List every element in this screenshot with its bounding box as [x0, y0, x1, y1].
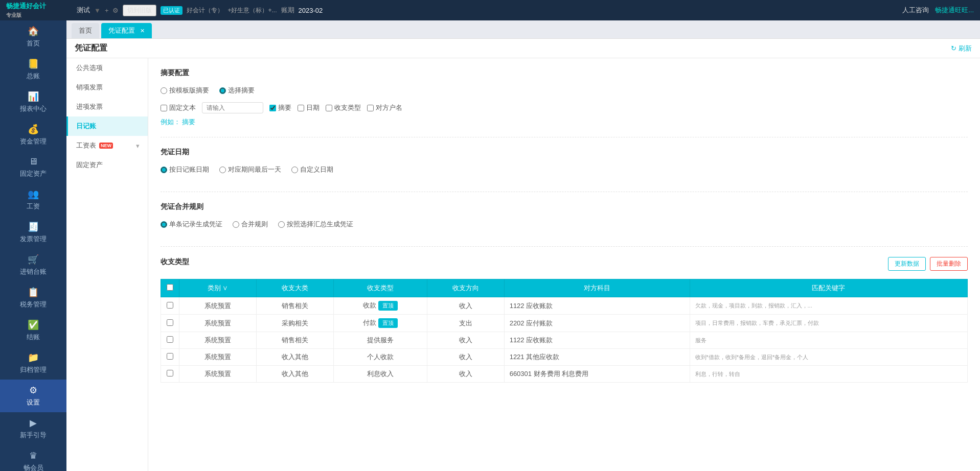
cell-sub-type: 个人收款	[333, 349, 427, 366]
radio-select-summary-generate[interactable]: 按照选择汇总生成凭证	[278, 220, 353, 229]
cell-counter-subject: 1122 应收账款	[504, 332, 690, 349]
summary-config-title: 摘要配置	[161, 68, 968, 78]
tab-close-icon[interactable]: ✕	[140, 28, 145, 34]
service-button[interactable]: 人工咨询	[902, 6, 929, 15]
invoice-mgmt-icon: 🧾	[28, 221, 39, 232]
voucher-date-section: 凭证日期 按日记账日期 对应期间最后一天 自定义日期	[161, 148, 968, 192]
sidebar-item-home[interactable]: 🏠 首页	[0, 20, 66, 53]
sidebar-item-settings[interactable]: ⚙ 设置	[0, 380, 66, 412]
sidebar-item-archive[interactable]: 📁 归档管理	[0, 347, 66, 380]
sidebar-item-purchase[interactable]: 🛒 进销台账	[0, 249, 66, 281]
select-all-checkbox[interactable]	[167, 284, 173, 291]
user-name: 畅捷通旺旺...	[935, 6, 974, 15]
fixed-text-input[interactable]	[202, 102, 263, 113]
voucher-date-title: 凭证日期	[161, 148, 968, 157]
sidebar-label-archive: 归档管理	[20, 365, 47, 374]
checkbox-summary[interactable]: 摘要	[269, 103, 291, 112]
checkbox-date[interactable]: 日期	[298, 103, 320, 112]
good-acct-tag: 好会计（专）	[187, 6, 223, 15]
table-row: 系统预置 采购相关 付款 置顶 支出 2202 应付账款 项目，日常费用，报销款…	[161, 315, 968, 332]
radio-single-record[interactable]: 单条记录生成凭证	[161, 220, 222, 229]
th-category: 类别 ∨	[179, 279, 257, 297]
salary-icon: 👥	[28, 189, 39, 200]
checkbox-counter-party[interactable]: 对方户名	[367, 103, 402, 112]
radio-template-summary[interactable]: 按模板版摘要	[161, 86, 209, 95]
cell-checkbox[interactable]	[161, 349, 179, 366]
radio-custom-date[interactable]: 自定义日期	[291, 165, 333, 174]
right-content: 摘要配置 按模板版摘要 选择摘要	[148, 58, 980, 471]
radio-merge-rules[interactable]: 合并规则	[233, 220, 268, 229]
top-tag-button[interactable]: 置顶	[378, 318, 398, 328]
sidebar-label-fund: 资金管理	[20, 137, 47, 146]
old-version-button[interactable]: 切到旧版	[123, 5, 156, 16]
cell-direction: 支出	[427, 315, 504, 332]
sidebar-item-ledger[interactable]: 📒 总账	[0, 53, 66, 86]
refresh-button[interactable]: ↻ 刷新	[951, 44, 972, 53]
cell-direction: 收入	[427, 349, 504, 366]
summary-config-section: 摘要配置 按模板版摘要 选择摘要	[161, 68, 968, 137]
nav-item-sales-invoice[interactable]: 销项发票	[66, 78, 148, 97]
top-tag-button[interactable]: 置顶	[378, 301, 398, 311]
sidebar: 🏠 首页 📒 总账 📊 报表中心 💰 资金管理 🖥 固定资产 👥 工资 🧾 发票…	[0, 20, 66, 471]
cell-checkbox[interactable]	[161, 315, 179, 332]
member-icon: ♛	[29, 450, 37, 461]
two-panel: 公共选项 销项发票 进项发票 日记账 工资表 NEW ▾ 固定资产	[66, 58, 980, 471]
cell-main-type: 销售相关	[256, 297, 333, 315]
certified-tag: 已认证	[161, 6, 183, 15]
sidebar-item-salary[interactable]: 👥 工资	[0, 183, 66, 216]
sidebar-item-member[interactable]: ♛ 畅会员	[0, 445, 66, 471]
tab-voucher-config[interactable]: 凭证配置 ✕	[101, 23, 152, 38]
merge-rules-title: 凭证合并规则	[161, 202, 968, 211]
cell-counter-subject: 1122 应收账款	[504, 297, 690, 315]
cell-match-keyword: 项目，日常费用，报销款，车费，承兑汇票，付款	[690, 315, 967, 332]
sidebar-item-assets[interactable]: 🖥 固定资产	[0, 151, 66, 183]
nav-item-payroll[interactable]: 工资表 NEW ▾	[66, 136, 148, 155]
sidebar-label-report: 报表中心	[20, 104, 47, 113]
radio-select-summary[interactable]: 选择摘要	[219, 86, 255, 95]
th-direction: 收支方向	[427, 279, 504, 297]
nav-item-public[interactable]: 公共选项	[66, 58, 148, 78]
sidebar-label-assets: 固定资产	[20, 169, 47, 178]
sidebar-label-purchase: 进销台账	[20, 267, 47, 276]
sidebar-label-invoice-mgmt: 发票管理	[20, 234, 47, 244]
good-biz-tag: +好生意（标）+...	[227, 6, 277, 15]
cell-main-type: 销售相关	[256, 332, 333, 349]
checkbox-income-type[interactable]: 收支类型	[326, 103, 361, 112]
sidebar-item-invoice-mgmt[interactable]: 🧾 发票管理	[0, 216, 66, 249]
guide-icon: ▶	[30, 417, 37, 429]
nav-item-purchase-invoice[interactable]: 进项发票	[66, 97, 148, 116]
cell-main-type: 收入其他	[256, 366, 333, 383]
cell-category: 系统预置	[179, 315, 257, 332]
income-type-title: 收支类型	[161, 257, 189, 267]
cell-category: 系统预置	[179, 366, 257, 383]
sidebar-label-member: 畅会员	[24, 463, 43, 471]
sidebar-item-close[interactable]: ✅ 结账	[0, 314, 66, 347]
cell-checkbox[interactable]	[161, 366, 179, 383]
sidebar-item-report[interactable]: 📊 报表中心	[0, 86, 66, 119]
report-icon: 📊	[28, 91, 39, 102]
cell-checkbox[interactable]	[161, 297, 179, 315]
sidebar-item-tax[interactable]: 📋 税务管理	[0, 281, 66, 314]
sidebar-item-guide[interactable]: ▶ 新手引导	[0, 412, 66, 445]
cell-direction: 收入	[427, 332, 504, 349]
left-nav: 公共选项 销项发票 进项发票 日记账 工资表 NEW ▾ 固定资产	[66, 58, 148, 471]
radio-period-last-day[interactable]: 对应期间最后一天	[219, 165, 281, 174]
cell-match-keyword: 收到*借款，收到*备用金，退回*备用金，个人	[690, 349, 967, 366]
summary-radio-group: 按模板版摘要 选择摘要	[161, 86, 968, 95]
voucher-date-radio-group: 按日记账日期 对应期间最后一天 自定义日期	[161, 165, 968, 174]
cell-checkbox[interactable]	[161, 332, 179, 349]
nav-item-fixed-assets[interactable]: 固定资产	[66, 155, 148, 175]
sidebar-label-tax: 税务管理	[20, 300, 47, 309]
page-title: 凭证配置	[75, 43, 107, 54]
checkbox-fixed-text[interactable]: 固定文本	[161, 103, 196, 112]
batch-delete-button[interactable]: 批量删除	[930, 257, 968, 271]
update-data-button[interactable]: 更新数据	[888, 257, 926, 271]
close-accounts-icon: ✅	[28, 319, 39, 331]
settings-icon: ⚙	[29, 385, 37, 396]
nav-item-journal[interactable]: 日记账	[66, 116, 148, 136]
radio-journal-date[interactable]: 按日记账日期	[161, 165, 209, 174]
cell-counter-subject: 660301 财务费用 利息费用	[504, 366, 690, 383]
cell-main-type: 收入其他	[256, 349, 333, 366]
sidebar-item-fund[interactable]: 💰 资金管理	[0, 119, 66, 151]
tab-home[interactable]: 首页	[72, 23, 99, 38]
